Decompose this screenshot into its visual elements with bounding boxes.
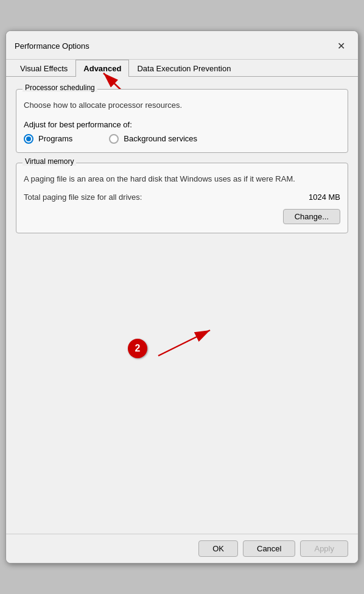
- radio-programs-circle: [24, 134, 33, 144]
- radio-background[interactable]: Background services: [109, 134, 197, 144]
- dialog-title: Performance Options: [15, 41, 89, 51]
- annotation-2: 2: [128, 339, 147, 358]
- title-bar: Performance Options ✕: [6, 31, 358, 60]
- processor-scheduling-section: Processor scheduling Choose how to alloc…: [16, 89, 348, 153]
- radio-programs[interactable]: Programs: [24, 134, 72, 144]
- change-button[interactable]: Change...: [283, 209, 340, 224]
- tab-advanced[interactable]: Advanced: [75, 60, 129, 77]
- dialog-footer: OK Cancel Apply: [6, 534, 358, 563]
- paging-file-size-label: Total paging file size for all drives:: [24, 193, 142, 202]
- ok-button[interactable]: OK: [198, 540, 238, 557]
- main-content: 1 Processor scheduling Choose how to all…: [6, 77, 358, 534]
- paging-file-size-value: 1024 MB: [309, 193, 340, 202]
- virtual-memory-desc: A paging file is an area on the hard dis…: [24, 173, 340, 186]
- apply-button[interactable]: Apply: [300, 540, 348, 557]
- virtual-memory-legend: Virtual memory: [23, 157, 76, 166]
- radio-background-circle: [109, 134, 119, 144]
- performance-radio-group: Programs Background services: [24, 134, 340, 144]
- cancel-button[interactable]: Cancel: [243, 540, 295, 557]
- change-btn-row: Change...: [24, 209, 340, 224]
- paging-file-size-row: Total paging file size for all drives: 1…: [24, 193, 340, 202]
- close-button[interactable]: ✕: [332, 37, 349, 54]
- tab-dep[interactable]: Data Execution Prevention: [129, 60, 239, 77]
- svg-line-3: [158, 330, 210, 356]
- radio-background-label: Background services: [124, 134, 197, 143]
- performance-options-dialog: Performance Options ✕ Visual Effects Adv…: [5, 30, 359, 564]
- radio-programs-label: Programs: [38, 134, 72, 143]
- virtual-memory-section: Virtual memory A paging file is an area …: [16, 163, 348, 234]
- tab-visual-effects[interactable]: Visual Effects: [12, 60, 75, 77]
- radio-programs-dot: [26, 136, 31, 141]
- processor-scheduling-legend: Processor scheduling: [23, 83, 97, 92]
- adjust-label: Adjust for best performance of:: [24, 120, 340, 129]
- processor-scheduling-desc: Choose how to allocate processor resourc…: [24, 99, 340, 111]
- tab-bar: Visual Effects Advanced Data Execution P…: [6, 60, 358, 77]
